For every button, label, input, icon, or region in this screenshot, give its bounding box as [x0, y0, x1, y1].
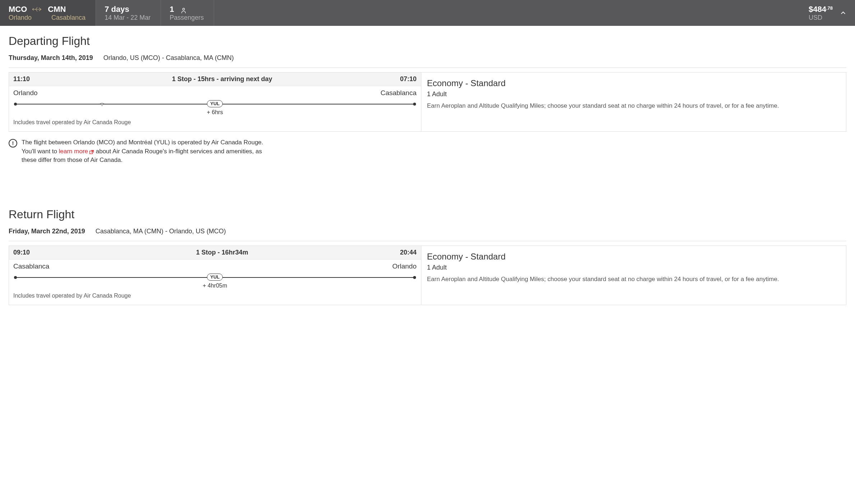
- fare-panel: Economy - Standard 1 Adult Earn Aeroplan…: [421, 246, 846, 305]
- times-row: 09:10 1 Stop - 16hr34m 20:44: [9, 246, 421, 260]
- return-title: Return Flight: [9, 208, 846, 221]
- departure-time: 11:10: [13, 75, 71, 83]
- return-flight-card: 09:10 1 Stop - 16hr34m 20:44 Casablanca …: [9, 246, 846, 305]
- dest-code: CMN: [48, 5, 66, 14]
- return-route: Casablanca, MA (CMN) - Orlando, US (MCO): [96, 228, 226, 235]
- price-whole: 484: [813, 5, 826, 14]
- passenger-label: Passengers: [170, 14, 204, 22]
- plane-icon: [32, 6, 43, 13]
- departing-subhead: Thursday, March 14th, 2019 Orlando, US (…: [9, 54, 846, 68]
- flight-timeline-panel: 11:10 1 Stop - 15hrs - arriving next day…: [9, 73, 421, 131]
- fare-description: Earn Aeroplan and Altitude Qualifying Mi…: [427, 102, 839, 110]
- fare-passengers: 1 Adult: [427, 264, 839, 271]
- chevron-up-icon[interactable]: [840, 10, 846, 16]
- fare-passengers: 1 Adult: [427, 90, 839, 98]
- departure-city: Orlando: [13, 89, 215, 97]
- summary-header: MCO CMN Orlando Casablanca 7 days 14 Mar…: [0, 0, 855, 26]
- fare-panel: Economy - Standard 1 Adult Earn Aeroplan…: [421, 73, 846, 131]
- stops-summary: 1 Stop - 16hr34m: [71, 249, 374, 256]
- price-symbol: $: [809, 5, 813, 14]
- departing-route: Orlando, US (MCO) - Casablanca, MA (CMN): [103, 54, 234, 61]
- person-icon: [179, 5, 187, 14]
- times-row: 11:10 1 Stop - 15hrs - arriving next day…: [9, 73, 421, 86]
- arrival-city: Casablanca: [215, 89, 416, 97]
- price-currency: USD: [809, 14, 833, 22]
- departure-city: Casablanca: [13, 262, 215, 270]
- departing-flight-card: 11:10 1 Stop - 15hrs - arriving next day…: [9, 72, 846, 132]
- arrival-time: 20:44: [374, 249, 417, 256]
- return-date: Friday, March 22nd, 2019: [9, 228, 85, 235]
- fare-class: Economy - Standard: [427, 252, 839, 262]
- flight-timeline-panel: 09:10 1 Stop - 16hr34m 20:44 Casablanca …: [9, 246, 421, 305]
- departing-date: Thursday, March 14th, 2019: [9, 54, 93, 61]
- rouge-notice: ! The flight between Orlando (MCO) and M…: [9, 138, 274, 165]
- svg-point-0: [183, 8, 185, 10]
- timeline: YUL: [9, 272, 421, 281]
- external-link-icon: [89, 150, 94, 155]
- duration-label: 7 days: [105, 5, 151, 14]
- fare-description: Earn Aeroplan and Altitude Qualifying Mi…: [427, 275, 839, 284]
- layover-duration: + 6hrs: [9, 108, 421, 119]
- timeline: YUL: [9, 98, 421, 108]
- duration-summary[interactable]: 7 days 14 Mar - 22 Mar: [96, 0, 161, 26]
- date-range: 14 Mar - 22 Mar: [105, 14, 151, 22]
- origin-code: MCO: [9, 5, 27, 14]
- arrival-city: Orlando: [215, 262, 416, 270]
- dest-city: Casablanca: [51, 14, 86, 21]
- svg-point-1: [102, 105, 102, 106]
- departure-time: 09:10: [13, 249, 71, 256]
- departing-title: Departing Flight: [9, 34, 846, 48]
- header-spacer: [214, 0, 800, 26]
- arrival-time: 07:10: [374, 75, 417, 83]
- operated-by: Includes travel operated by Air Canada R…: [9, 293, 421, 305]
- passenger-count: 1: [170, 5, 174, 14]
- learn-more-link[interactable]: learn more: [59, 148, 94, 155]
- cities-row: Casablanca Orlando: [9, 260, 421, 272]
- return-subhead: Friday, March 22nd, 2019 Casablanca, MA …: [9, 228, 846, 241]
- route-summary[interactable]: MCO CMN Orlando Casablanca: [0, 0, 96, 26]
- operated-by: Includes travel operated by Air Canada R…: [9, 119, 421, 131]
- fare-class: Economy - Standard: [427, 78, 839, 88]
- passenger-summary[interactable]: 1 Passengers: [161, 0, 214, 26]
- learn-more-label: learn more: [59, 148, 88, 155]
- layover-duration: + 4hr05m: [9, 281, 421, 293]
- wifi-icon: [99, 101, 105, 107]
- origin-city: Orlando: [9, 14, 32, 21]
- stops-summary: 1 Stop - 15hrs - arriving next day: [71, 75, 374, 83]
- stop-code-badge[interactable]: YUL: [207, 100, 223, 107]
- price-summary[interactable]: $484.78 USD: [800, 0, 855, 26]
- price-cents: .78: [826, 5, 833, 11]
- info-icon: !: [9, 139, 17, 148]
- cities-row: Orlando Casablanca: [9, 86, 421, 98]
- stop-code-badge[interactable]: YUL: [207, 274, 223, 281]
